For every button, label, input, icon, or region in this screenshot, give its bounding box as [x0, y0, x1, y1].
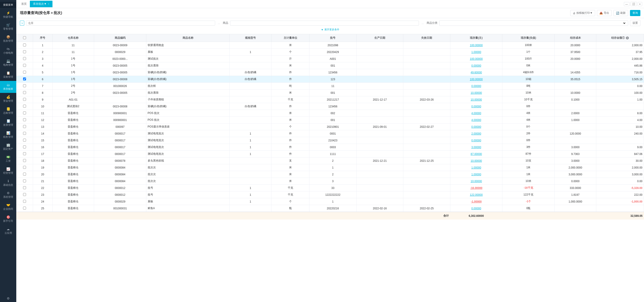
sidebar-item-retail[interactable]: 🛒 零售管理 — [0, 21, 16, 33]
sidebar-item-management[interactable]: 📈 经营管理 — [0, 165, 16, 177]
sidebar-item-guide[interactable]: 🎯 新手引导 — [0, 213, 16, 225]
row-qty-main[interactable]: 4.00000 — [450, 117, 502, 123]
warehouse-input[interactable] — [28, 22, 213, 25]
sidebar-item-cloud[interactable]: ☁ 云应用 — [0, 225, 16, 237]
sidebar-item-ledger[interactable]: 📒 总账管理 — [0, 105, 16, 117]
row-checkbox-cell[interactable] — [16, 130, 33, 137]
row-checkbox[interactable] — [23, 159, 26, 162]
row-checkbox-cell[interactable] — [16, 151, 33, 158]
row-qty-main[interactable]: 100.00000 — [450, 42, 502, 49]
row-checkbox-cell[interactable] — [16, 103, 33, 110]
sidebar-item-wholesale[interactable]: 📦 批发管理 — [0, 33, 16, 45]
row-qty-main[interactable]: 10.00000 — [450, 158, 502, 164]
row-qty-main[interactable]: 100.00000 — [450, 56, 502, 62]
row-checkbox-cell[interactable] — [16, 185, 33, 191]
row-checkbox-cell[interactable] — [16, 144, 33, 151]
row-checkbox[interactable] — [23, 193, 26, 196]
expand-conditions-btn[interactable]: ▼ 展开更多条件 — [20, 27, 640, 32]
amount-info-icon[interactable]: i — [626, 37, 629, 39]
row-qty-main[interactable]: 0.00000 — [450, 123, 502, 130]
sidebar-search-menu[interactable]: 搜索菜单 — [0, 2, 16, 8]
row-qty-main[interactable]: 0.00000 — [450, 83, 502, 89]
sidebar-item-finance[interactable]: 💰 资金管理 — [0, 93, 16, 105]
row-checkbox-cell[interactable] — [16, 42, 33, 49]
row-checkbox[interactable] — [23, 139, 26, 141]
row-checkbox-cell[interactable] — [16, 89, 33, 96]
row-qty-main[interactable]: 0.00000 — [450, 62, 502, 69]
row-checkbox-cell[interactable] — [16, 49, 33, 56]
tab-home[interactable]: 首页 — [18, 1, 30, 7]
row-qty-main[interactable]: 87.00000 — [450, 151, 502, 158]
row-checkbox-cell[interactable] — [16, 178, 33, 185]
row-checkbox[interactable] — [23, 44, 26, 46]
row-checkbox[interactable] — [23, 152, 26, 155]
row-checkbox[interactable] — [23, 125, 26, 128]
export-btn[interactable]: 📤 导出 — [597, 10, 612, 16]
row-checkbox-cell[interactable] — [16, 164, 33, 171]
row-qty-main[interactable]: 1.00000 — [450, 49, 502, 56]
row-checkbox-cell[interactable] — [16, 171, 33, 178]
settings-btn[interactable]: 设置 — [630, 20, 640, 26]
minimize-btn[interactable]: — — [624, 2, 630, 6]
tab-inventory-batch[interactable]: 库存批次▼ × — [30, 1, 52, 7]
row-checkbox-cell[interactable] — [16, 123, 33, 130]
row-checkbox[interactable] — [23, 166, 26, 169]
row-qty-main[interactable]: 3.00000 — [450, 144, 502, 151]
restore-btn[interactable]: ⬜ — [630, 2, 637, 6]
category-filter[interactable] — [439, 20, 628, 26]
product-input[interactable] — [232, 22, 417, 25]
query-btn[interactable]: 查询 — [630, 10, 640, 16]
row-checkbox-cell[interactable] — [16, 69, 33, 76]
refresh-btn[interactable]: 🔄 刷新 — [614, 10, 628, 16]
category-select[interactable] — [441, 21, 626, 25]
row-qty-main[interactable]: 100.00000 — [450, 76, 502, 83]
row-qty-main[interactable]: 0.00000 — [450, 205, 502, 212]
row-qty-main[interactable]: 122.00000 — [450, 191, 502, 198]
row-checkbox-cell[interactable] — [16, 56, 33, 62]
row-checkbox[interactable] — [23, 200, 26, 203]
row-checkbox[interactable] — [23, 77, 26, 80]
row-qty-main[interactable]: -16.00000 — [450, 185, 502, 191]
row-checkbox[interactable] — [23, 173, 26, 176]
sidebar-item-collab[interactable]: 🤝 企业协同 — [0, 201, 16, 213]
row-checkbox[interactable] — [23, 57, 26, 60]
row-checkbox[interactable] — [23, 84, 26, 87]
row-checkbox[interactable] — [23, 71, 26, 74]
sidebar-item-tax[interactable]: 📊 税务管理 — [0, 129, 16, 141]
row-qty-main[interactable]: -1.00000 — [450, 198, 502, 205]
col-checkbox-header[interactable] — [16, 34, 33, 42]
row-checkbox-cell[interactable] — [16, 205, 33, 212]
sidebar-item-quick-nav[interactable]: ⚡ 快捷导航 — [0, 9, 16, 21]
sidebar-item-system[interactable]: ⚙ 系统管理 — [0, 189, 16, 201]
sidebar-item-invoice[interactable]: 🧾 发票管理 — [0, 117, 16, 129]
warehouse-filter[interactable] — [26, 21, 215, 26]
row-checkbox[interactable] — [23, 145, 26, 148]
row-checkbox[interactable] — [23, 132, 26, 135]
row-checkbox-cell[interactable] — [16, 83, 33, 89]
row-checkbox[interactable] — [23, 50, 26, 53]
row-checkbox[interactable] — [23, 118, 26, 121]
row-checkbox-cell[interactable] — [16, 110, 33, 117]
row-qty-main[interactable]: 10.00000 — [450, 89, 502, 96]
row-checkbox[interactable] — [23, 111, 26, 114]
row-checkbox-cell[interactable] — [16, 76, 33, 83]
row-qty-main[interactable]: 10.00000 — [450, 178, 502, 185]
row-qty-main[interactable]: 0.00000 — [450, 137, 502, 144]
row-qty-main[interactable]: 1.00000 — [450, 171, 502, 178]
row-qty-main[interactable]: 0.00000 — [450, 103, 502, 110]
print-template-btn[interactable]: 🖨 按模板打印▼ — [570, 10, 595, 16]
row-checkbox-cell[interactable] — [16, 198, 33, 205]
sidebar-item-ecommerce-small[interactable]: 🛍 小独电商 — [0, 45, 16, 57]
tab-close-btn[interactable]: × — [48, 3, 49, 5]
row-checkbox[interactable] — [23, 186, 26, 189]
select-all-checkbox[interactable] — [23, 36, 26, 39]
sidebar-item-basic-info[interactable]: ℹ 基础信息 — [0, 177, 16, 189]
row-qty-main[interactable]: 10.00000 — [450, 96, 502, 103]
sidebar-settings-btn[interactable]: ⚙ — [0, 295, 16, 302]
sidebar-item-ecommerce[interactable]: 💻 电商管理 — [0, 57, 16, 69]
row-qty-main[interactable]: 1.00000 — [450, 164, 502, 171]
close-btn[interactable]: × — [638, 2, 642, 6]
product-filter[interactable] — [230, 21, 419, 26]
row-checkbox-cell[interactable] — [16, 117, 33, 123]
row-checkbox-cell[interactable] — [16, 96, 33, 103]
